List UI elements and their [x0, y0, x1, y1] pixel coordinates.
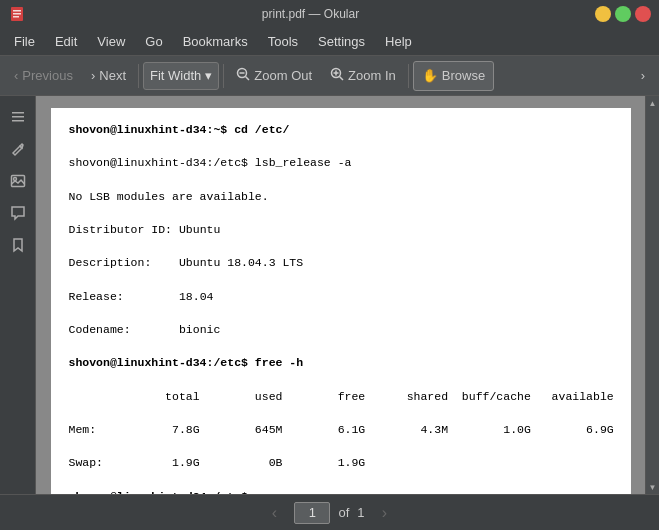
- previous-button[interactable]: ‹ Previous: [6, 61, 81, 91]
- of-label: of: [338, 505, 349, 520]
- zoom-in-label: Zoom In: [348, 68, 396, 83]
- terminal-line-10: Mem: 7.8G 645M 6.1G 4.3M 1.0G 6.9G: [69, 423, 614, 436]
- scroll-down-arrow[interactable]: ▼: [646, 480, 660, 494]
- maximize-button[interactable]: □: [615, 6, 631, 22]
- menu-settings[interactable]: Settings: [308, 30, 375, 53]
- window-title: print.pdf — Okular: [26, 7, 595, 21]
- title-bar-left: [8, 5, 26, 23]
- toolbar-separator-1: [138, 64, 139, 88]
- minimize-button[interactable]: −: [595, 6, 611, 22]
- menu-bar: File Edit View Go Bookmarks Tools Settin…: [0, 28, 659, 56]
- right-scrollbar[interactable]: ▲ ▼: [645, 96, 659, 494]
- terminal-line-7: Codename: bionic: [69, 323, 221, 336]
- zoom-out-icon: [236, 67, 250, 84]
- sidebar-pen-icon[interactable]: [5, 136, 31, 162]
- next-button[interactable]: › Next: [83, 61, 134, 91]
- terminal-line-12: shovon@linuxhint-d34:/etc$: [69, 490, 248, 494]
- title-bar-controls[interactable]: − □ ×: [595, 6, 651, 22]
- terminal-line-1: shovon@linuxhint-d34:~$ cd /etc/: [69, 123, 290, 136]
- browse-button[interactable]: ✋ Browse: [413, 61, 494, 91]
- sidebar-annotation-icon[interactable]: [5, 200, 31, 226]
- menu-edit[interactable]: Edit: [45, 30, 87, 53]
- title-bar: print.pdf — Okular − □ ×: [0, 0, 659, 28]
- zoom-in-icon: [330, 67, 344, 84]
- fit-width-select[interactable]: Fit Width ▾: [143, 62, 219, 90]
- fit-width-label: Fit Width: [150, 68, 201, 83]
- page-navigation: ‹ of 1 ›: [0, 494, 659, 530]
- terminal-content: shovon@linuxhint-d34:~$ cd /etc/ shovon@…: [69, 122, 613, 494]
- chevron-right-icon: ›: [91, 68, 95, 83]
- total-pages: 1: [357, 505, 364, 520]
- left-sidebar: [0, 96, 36, 494]
- zoom-out-button[interactable]: Zoom Out: [228, 61, 320, 91]
- terminal-line-11: Swap: 1.9G 0B 1.9G: [69, 456, 366, 469]
- next-label: Next: [99, 68, 126, 83]
- previous-label: Previous: [22, 68, 73, 83]
- terminal-line-4: Distributor ID: Ubuntu: [69, 223, 221, 236]
- chevron-left-icon: ‹: [14, 68, 18, 83]
- main-area: shovon@linuxhint-d34:~$ cd /etc/ shovon@…: [0, 96, 659, 494]
- scroll-up-arrow[interactable]: ▲: [646, 96, 660, 110]
- menu-file[interactable]: File: [4, 30, 45, 53]
- menu-bookmarks[interactable]: Bookmarks: [173, 30, 258, 53]
- sidebar-image-icon[interactable]: [5, 168, 31, 194]
- menu-tools[interactable]: Tools: [258, 30, 308, 53]
- svg-rect-12: [12, 116, 24, 118]
- toolbar-separator-2: [223, 64, 224, 88]
- toolbar: ‹ Previous › Next Fit Width ▾ Zoom Out: [0, 56, 659, 96]
- zoom-in-button[interactable]: Zoom In: [322, 61, 404, 91]
- terminal-line-9: total used free shared buff/cache availa…: [69, 390, 614, 403]
- hand-icon: ✋: [422, 68, 438, 83]
- menu-go[interactable]: Go: [135, 30, 172, 53]
- svg-rect-3: [13, 16, 19, 18]
- next-page-button[interactable]: ›: [373, 501, 397, 525]
- svg-rect-13: [12, 120, 24, 122]
- svg-line-8: [340, 77, 344, 81]
- toolbar-separator-3: [408, 64, 409, 88]
- fit-width-chevron-icon: ▾: [205, 68, 212, 83]
- terminal-line-8: shovon@linuxhint-d34:/etc$ free -h: [69, 356, 304, 369]
- terminal-line-2: shovon@linuxhint-d34:/etc$ lsb_release -…: [69, 156, 352, 169]
- svg-rect-2: [13, 13, 21, 15]
- pdf-page: shovon@linuxhint-d34:~$ cd /etc/ shovon@…: [51, 108, 631, 494]
- browse-label: Browse: [442, 68, 485, 83]
- page-number-input[interactable]: [294, 502, 330, 524]
- sidebar-list-icon[interactable]: [5, 104, 31, 130]
- svg-rect-11: [12, 112, 24, 114]
- menu-help[interactable]: Help: [375, 30, 422, 53]
- svg-line-5: [246, 77, 250, 81]
- app-icon: [8, 5, 26, 23]
- svg-point-15: [13, 178, 16, 181]
- sidebar-bookmark-icon[interactable]: [5, 232, 31, 258]
- terminal-line-5: Description: Ubuntu 18.04.3 LTS: [69, 256, 304, 269]
- prev-page-button[interactable]: ‹: [262, 501, 286, 525]
- toolbar-right-arrow[interactable]: ›: [633, 61, 653, 91]
- terminal-line-6: Release: 18.04: [69, 290, 214, 303]
- terminal-line-3: No LSB modules are available.: [69, 190, 269, 203]
- zoom-out-label: Zoom Out: [254, 68, 312, 83]
- svg-rect-1: [13, 10, 21, 12]
- close-button[interactable]: ×: [635, 6, 651, 22]
- pdf-area[interactable]: shovon@linuxhint-d34:~$ cd /etc/ shovon@…: [36, 96, 645, 494]
- menu-view[interactable]: View: [87, 30, 135, 53]
